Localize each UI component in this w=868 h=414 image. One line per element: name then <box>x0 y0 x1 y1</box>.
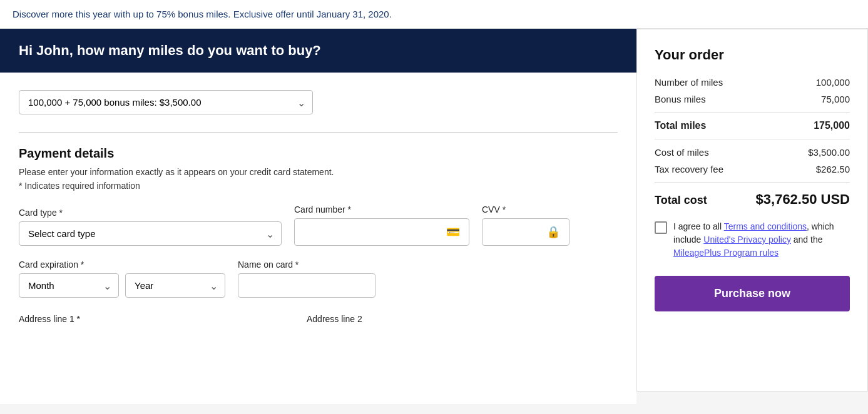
credit-card-icon: 💳 <box>446 225 460 239</box>
miles-selector-wrapper[interactable]: 100,000 + 75,000 bonus miles: $3,500.00 … <box>19 90 313 114</box>
order-row-miles-label: Number of miles <box>655 77 723 88</box>
card-info-row: Card type * Select card type ⌄ Card numb… <box>19 204 618 246</box>
order-row-cost-label: Cost of miles <box>655 147 709 158</box>
month-dropdown[interactable]: Month January February March April May J… <box>19 273 119 298</box>
left-content: 100,000 + 75,000 bonus miles: $3,500.00 … <box>0 90 636 324</box>
order-row-miles: Number of miles 100,000 <box>655 77 850 88</box>
order-row-bonus-value: 75,000 <box>821 94 850 104</box>
card-number-group: Card number * 💳 <box>294 204 469 246</box>
card-type-dropdown[interactable]: Select card type <box>19 221 282 246</box>
order-panel: Your order Number of miles 100,000 Bonus… <box>636 29 868 391</box>
month-select-wrapper[interactable]: Month January February March April May J… <box>19 273 119 298</box>
name-group: Name on card * <box>238 260 375 298</box>
total-cost-row: Total cost $3,762.50 USD <box>655 191 850 208</box>
section-divider <box>19 132 618 133</box>
expiration-name-row: Card expiration * Month January February… <box>19 260 618 298</box>
order-row-tax-label: Tax recovery fee <box>655 164 723 174</box>
purchase-now-button[interactable]: Purchase now <box>655 276 850 311</box>
address2-label: Address line 2 <box>307 314 582 324</box>
order-row-miles-value: 100,000 <box>816 77 850 88</box>
terms-end: and the <box>791 235 823 245</box>
payment-section: Payment details Please enter your inform… <box>19 146 618 324</box>
order-row-cost: Cost of miles $3,500.00 <box>655 147 850 158</box>
address2-group: Address line 2 <box>307 311 582 324</box>
miles-dropdown[interactable]: 100,000 + 75,000 bonus miles: $3,500.00 <box>19 90 313 114</box>
order-divider-3 <box>655 182 850 183</box>
terms-link3[interactable]: MileagePlus Program rules <box>673 248 779 258</box>
order-title: Your order <box>655 47 850 63</box>
year-select-wrapper[interactable]: Year 2020 2021 2022 2023 2024 2025 ⌄ <box>125 273 225 298</box>
total-cost-value: $3,762.50 USD <box>756 191 850 208</box>
cvv-input-wrapper[interactable]: 🔒 <box>482 218 569 246</box>
card-number-label: Card number * <box>294 204 469 215</box>
card-type-select-wrapper[interactable]: Select card type ⌄ <box>19 221 282 246</box>
order-row-tax-value: $262.50 <box>816 164 850 174</box>
address1-group: Address line 1 * <box>19 311 294 324</box>
required-note: * Indicates required information <box>19 181 618 191</box>
order-row-bonus-label: Bonus miles <box>655 94 706 104</box>
order-divider-2 <box>655 139 850 139</box>
cvv-group: CVV * 🔒 <box>482 204 569 246</box>
order-row-tax: Tax recovery fee $262.50 <box>655 164 850 174</box>
terms-checkbox[interactable] <box>655 221 667 234</box>
name-input[interactable] <box>238 273 375 298</box>
card-type-label: Card type * <box>19 208 282 218</box>
address-row: Address line 1 * Address line 2 <box>19 311 618 324</box>
address1-label: Address line 1 * <box>19 314 294 324</box>
order-row-total-miles: Total miles 175,000 <box>655 120 850 131</box>
payment-title: Payment details <box>19 146 618 161</box>
card-type-group: Card type * Select card type ⌄ <box>19 208 282 246</box>
terms-link1[interactable]: Terms and conditions <box>724 221 807 231</box>
total-cost-label: Total cost <box>655 194 707 207</box>
left-panel: Hi John, how many miles do you want to b… <box>0 29 636 404</box>
lock-icon: 🔒 <box>546 225 560 239</box>
terms-prefix: I agree to all <box>673 221 724 231</box>
year-dropdown[interactable]: Year 2020 2021 2022 2023 2024 2025 <box>125 273 225 298</box>
order-row-total-miles-value: 175,000 <box>814 120 850 131</box>
expiration-selects: Month January February March April May J… <box>19 273 225 298</box>
cvv-label: CVV * <box>482 204 569 215</box>
card-number-input-wrapper[interactable]: 💳 <box>294 218 469 246</box>
promo-bar: Discover more this year with up to 75% b… <box>0 0 868 29</box>
cvv-input[interactable] <box>491 227 546 238</box>
order-row-total-miles-label: Total miles <box>655 120 706 131</box>
payment-description: Please enter your information exactly as… <box>19 167 618 177</box>
hero-banner: Hi John, how many miles do you want to b… <box>0 29 636 73</box>
card-number-input[interactable] <box>304 227 446 238</box>
order-divider-1 <box>655 112 850 113</box>
hero-title: Hi John, how many miles do you want to b… <box>19 43 321 58</box>
terms-link2[interactable]: United's Privacy policy <box>703 235 791 245</box>
terms-text: I agree to all Terms and conditions, whi… <box>673 220 850 260</box>
terms-row: I agree to all Terms and conditions, whi… <box>655 220 850 260</box>
promo-text: Discover more this year with up to 75% b… <box>13 9 392 19</box>
expiration-group: Card expiration * Month January February… <box>19 260 225 298</box>
order-row-bonus: Bonus miles 75,000 <box>655 94 850 104</box>
name-label: Name on card * <box>238 260 375 270</box>
order-row-cost-value: $3,500.00 <box>808 147 850 158</box>
expiration-label: Card expiration * <box>19 260 225 270</box>
